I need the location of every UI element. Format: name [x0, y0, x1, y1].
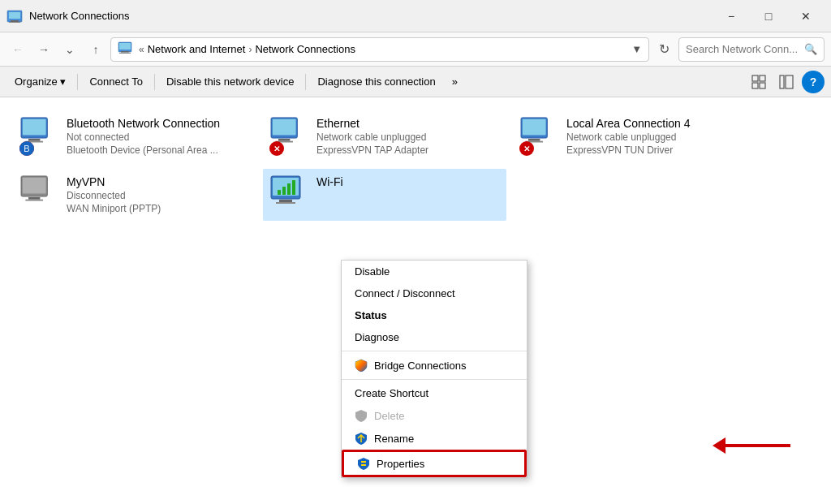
bluetooth-detail: Bluetooth Device (Personal Area ... — [67, 144, 220, 156]
up-button[interactable]: ↑ — [84, 38, 107, 61]
close-button[interactable]: ✕ — [787, 0, 825, 32]
ctx-rename[interactable]: Rename — [342, 427, 527, 450]
ethernet-icon-wrap: ✕ — [269, 117, 308, 156]
svg-rect-16 — [28, 139, 40, 141]
breadcrumb-connections[interactable]: Network Connections — [255, 43, 355, 55]
local-area-info: Local Area Connection 4 Network cable un… — [566, 117, 691, 156]
svg-rect-2 — [11, 20, 19, 22]
list-item-bluetooth[interactable]: ✕ B Bluetooth Network Connection Not con… — [13, 110, 256, 162]
shield-icon-delete — [355, 409, 368, 422]
more-button[interactable]: » — [444, 70, 466, 94]
refresh-button[interactable]: ↻ — [652, 38, 675, 61]
ethernet-info: Ethernet Network cable unplugged Express… — [316, 117, 428, 156]
myvpn-detail: WAN Miniport (PPTP) — [67, 203, 161, 214]
window-icon — [6, 8, 23, 24]
search-icon: 🔍 — [804, 43, 817, 55]
forward-button[interactable]: → — [32, 38, 55, 61]
ctx-diagnose-label: Diagnose — [355, 331, 399, 343]
ctx-properties-label: Properties — [377, 458, 424, 470]
toolbar: Organize ▾ Connect To Disable this netwo… — [0, 67, 831, 97]
recent-locations-button[interactable]: ⌄ — [58, 38, 81, 61]
svg-rect-27 — [23, 178, 46, 194]
ctx-delete: Delete — [342, 404, 527, 427]
diagnose-button[interactable]: Diagnose this connection — [309, 70, 443, 94]
bluetooth-name: Bluetooth Network Connection — [67, 117, 220, 130]
svg-rect-19 — [273, 119, 296, 136]
local-area-name: Local Area Connection 4 — [566, 117, 691, 130]
svg-rect-13 — [786, 75, 793, 88]
list-item-wifi[interactable]: Wi-Fi — [263, 169, 506, 221]
bluetooth-icon-wrap: ✕ B — [19, 117, 58, 156]
title-bar: Network Connections − □ ✕ — [0, 0, 831, 32]
ethernet-detail: ExpressVPN TAP Adapter — [316, 144, 428, 156]
toolbar-separator-2 — [154, 74, 155, 90]
wifi-name: Wi-Fi — [316, 175, 343, 188]
breadcrumb-separator-1: « — [139, 44, 144, 55]
ethernet-status: Network cable unplugged — [316, 131, 428, 143]
list-item-myvpn[interactable]: MyVPN Disconnected WAN Miniport (PPTP) — [13, 169, 256, 221]
maximize-button[interactable]: □ — [750, 0, 787, 32]
svg-rect-10 — [752, 83, 758, 88]
ctx-disable-label: Disable — [355, 265, 390, 278]
svg-rect-6 — [121, 51, 129, 53]
ctx-status-label: Status — [355, 309, 387, 321]
svg-rect-39 — [361, 464, 366, 466]
svg-rect-11 — [760, 83, 765, 88]
context-menu: Disable Connect / Disconnect Status Diag… — [341, 260, 527, 478]
error-icon-local: ✕ — [519, 141, 534, 156]
back-button[interactable]: ← — [6, 38, 29, 61]
ctx-connect-disconnect[interactable]: Connect / Disconnect — [342, 282, 527, 304]
pane-button[interactable] — [774, 71, 799, 93]
connect-to-button[interactable]: Connect To — [81, 70, 151, 94]
local-area-status: Network cable unplugged — [566, 131, 691, 143]
arrow-head-icon — [713, 437, 726, 454]
shield-icon-properties — [357, 457, 370, 470]
window-controls: − □ ✕ — [713, 0, 825, 32]
toolbar-separator-3 — [305, 74, 306, 90]
address-dropdown-button[interactable]: ▼ — [631, 43, 642, 55]
svg-rect-5 — [119, 43, 131, 50]
local-area-detail: ExpressVPN TUN Driver — [566, 144, 691, 156]
ctx-bridge-label: Bridge Connections — [374, 360, 466, 372]
myvpn-info: MyVPN Disconnected WAN Miniport (PPTP) — [67, 175, 161, 214]
organize-button[interactable]: Organize ▾ — [6, 70, 74, 94]
svg-rect-12 — [780, 75, 784, 88]
svg-rect-9 — [760, 75, 765, 81]
ctx-separator-1 — [342, 351, 527, 351]
svg-rect-23 — [523, 119, 546, 136]
properties-arrow — [713, 437, 790, 454]
error-icon-ethernet: ✕ — [269, 141, 284, 156]
arrow-line — [726, 444, 790, 447]
myvpn-name: MyVPN — [67, 175, 161, 188]
list-item-local-area[interactable]: ✕ Local Area Connection 4 Network cable … — [513, 110, 756, 162]
shield-icon-rename — [355, 432, 368, 445]
ctx-properties[interactable]: Properties — [342, 450, 527, 477]
ctx-connect-disconnect-label: Connect / Disconnect — [355, 287, 455, 299]
svg-rect-1 — [9, 12, 20, 19]
ctx-bridge[interactable]: Bridge Connections — [342, 354, 527, 377]
svg-rect-29 — [25, 200, 43, 201]
ctx-create-shortcut[interactable]: Create Shortcut — [342, 382, 527, 404]
search-box[interactable]: 🔍 — [678, 37, 825, 62]
svg-rect-24 — [528, 139, 540, 141]
address-icon — [118, 41, 132, 58]
search-input[interactable] — [686, 43, 801, 55]
svg-rect-38 — [361, 461, 366, 463]
ctx-diagnose[interactable]: Diagnose — [342, 326, 527, 348]
list-item-ethernet[interactable]: ✕ Ethernet Network cable unplugged Expre… — [263, 110, 506, 162]
minimize-button[interactable]: − — [713, 0, 750, 32]
bluetooth-status: Not connected — [67, 131, 220, 143]
view-toggle-button[interactable] — [747, 71, 771, 93]
svg-rect-32 — [279, 200, 292, 202]
window-title: Network Connections — [29, 10, 713, 22]
local-area-icon-wrap: ✕ — [519, 117, 558, 156]
svg-rect-33 — [276, 202, 295, 204]
breadcrumb-network[interactable]: Network and Internet — [148, 43, 246, 55]
ctx-disable[interactable]: Disable — [342, 261, 527, 282]
disable-button[interactable]: Disable this network device — [158, 70, 303, 94]
svg-rect-8 — [752, 75, 758, 81]
svg-rect-34 — [278, 190, 281, 195]
ctx-status[interactable]: Status — [342, 304, 527, 326]
address-box[interactable]: « Network and Internet › Network Connect… — [110, 37, 649, 62]
help-button[interactable]: ? — [802, 71, 825, 93]
